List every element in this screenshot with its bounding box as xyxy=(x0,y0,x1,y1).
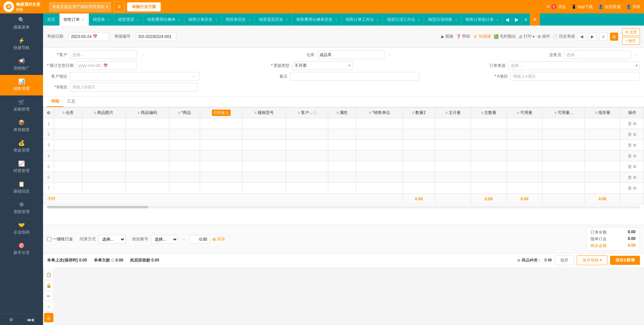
one-click-checkbox-input[interactable] xyxy=(47,237,51,241)
sidebar-item-marketing[interactable]: 📢 营销推广 xyxy=(0,54,43,75)
tab-sales-goods-history[interactable]: 销货单历史 × xyxy=(222,13,255,26)
right-sidebar-print-btn[interactable]: 🖨 xyxy=(44,313,53,322)
tab-summary[interactable]: 汇总 xyxy=(63,96,79,107)
right-sidebar-lock-btn[interactable]: 🔒 xyxy=(44,281,53,290)
save-new-btn[interactable]: 保存&新增 xyxy=(610,256,640,265)
tab-sales-return-history[interactable]: 销货退货历史 × xyxy=(255,13,292,26)
horizontal-scrollbar[interactable] xyxy=(47,206,640,208)
col-available[interactable]: ⇅可用量 xyxy=(506,108,542,118)
col-main-qty[interactable]: ⇅主数量 xyxy=(471,108,506,118)
row-2-image[interactable] xyxy=(82,129,126,140)
app-download-btn[interactable]: 📱 App下载 xyxy=(571,4,593,10)
row-1-product[interactable] xyxy=(169,118,200,129)
warehouse-input[interactable]: 成品库 xyxy=(317,50,384,59)
row-4-copy-icon[interactable]: ⊕ xyxy=(633,153,637,158)
print-action[interactable]: 🖨 打印 ▾ xyxy=(519,34,535,39)
customer-more-btn[interactable]: ··· xyxy=(140,52,146,57)
row-1-cust-code[interactable] xyxy=(286,118,328,129)
col-warehouse[interactable]: ⇅仓库 xyxy=(54,108,82,118)
warehouse-more-btn[interactable]: ··· xyxy=(387,52,393,57)
tab-sales-order-history-close[interactable]: × xyxy=(215,18,217,22)
sidebar-item-sales[interactable]: 📊 销售管理 xyxy=(0,75,43,95)
row-1-attr[interactable] xyxy=(328,118,356,129)
sidebar-item-finance[interactable]: 💰 资金管理 xyxy=(0,136,43,157)
add-btn[interactable]: ⊕ 添加 xyxy=(212,236,225,242)
tab-sales-order-close[interactable]: × xyxy=(82,18,84,22)
list-view-btn[interactable]: ≡ xyxy=(599,33,607,41)
date-value[interactable]: 2023-03-24 📅 xyxy=(69,32,109,41)
tab-sales-expense-history[interactable]: 销售费用分摊单历史 × xyxy=(292,13,342,26)
row-1-main-unit[interactable] xyxy=(435,118,471,129)
tab-daily-reconcile[interactable]: 钱货日清对账 × xyxy=(424,13,461,26)
help-action[interactable]: ❓ 帮助 xyxy=(456,34,470,39)
row-2-scan[interactable] xyxy=(200,129,242,140)
industry-btn[interactable]: 体验行业方案 xyxy=(127,2,161,11)
row-2-delete-icon[interactable]: 🗑 xyxy=(628,132,632,137)
col-available2[interactable]: ⇅可用量... xyxy=(542,108,585,118)
col-code[interactable]: ⇅商品编码 xyxy=(125,108,169,118)
history-action[interactable]: 📄 历史单据 xyxy=(553,34,575,39)
row-3-delete-icon[interactable]: 🗑 xyxy=(628,143,632,148)
tab-daily-workbench-close[interactable]: × xyxy=(418,18,420,22)
row-1-qty2[interactable] xyxy=(403,118,435,129)
one-click-checkbox[interactable]: 一键收订金 xyxy=(47,236,73,242)
col-unit[interactable]: ⇅*销售单位 xyxy=(356,108,403,118)
row-2-spec[interactable] xyxy=(242,129,286,140)
row-2-available2[interactable] xyxy=(542,129,585,140)
sidebar-item-guide[interactable]: 🎯 新手引导 xyxy=(0,239,43,259)
row-6-copy-icon[interactable]: ⊕ xyxy=(633,175,637,180)
col-product[interactable]: ⇅*商品 xyxy=(169,108,200,118)
row-5-delete-icon[interactable]: 🗑 xyxy=(628,164,632,169)
shortcut-action[interactable]: ⚡ 快捷键 xyxy=(473,34,491,39)
row-6-delete-icon[interactable]: 🗑 xyxy=(628,175,632,180)
customer-input[interactable]: 选择... xyxy=(70,50,137,59)
tab-sales-goods-close[interactable]: × xyxy=(108,18,110,22)
tab-sales-goods-history-close[interactable]: × xyxy=(249,18,251,22)
row-4-delete-icon[interactable]: 🗑 xyxy=(628,153,632,158)
invoice-select[interactable]: 不开票 ▾ xyxy=(292,61,353,70)
row-2-copy-icon[interactable]: ⊕ xyxy=(633,132,637,137)
row-3-warehouse[interactable] xyxy=(54,140,82,151)
sidebar-item-collab[interactable]: 🤝 企业协同 xyxy=(0,218,43,239)
tab-prev-btn[interactable]: ◀ xyxy=(503,13,512,26)
a-project-input[interactable]: 请输入A项目 xyxy=(510,72,640,81)
tab-sales-order[interactable]: 销售订单 × xyxy=(60,13,89,26)
row-1-spec[interactable] xyxy=(242,118,286,129)
discard-btn[interactable]: 放弃 xyxy=(555,255,574,265)
right-sidebar-copy-btn[interactable]: 📋 xyxy=(44,270,53,279)
row-2-unit[interactable] xyxy=(356,129,403,140)
delivery-input[interactable]: yyyy-mm-dd 📅 xyxy=(76,61,137,70)
row-2-qty2[interactable] xyxy=(403,129,435,140)
tab-sales-expense[interactable]: 销售费用分摊单 × xyxy=(143,13,185,26)
tab-sales-return[interactable]: 销货退货 × xyxy=(114,13,143,26)
tab-sales-workbench[interactable]: 销售订单工作台 × xyxy=(342,13,383,26)
row-2-stock[interactable] xyxy=(584,129,620,140)
system-selector[interactable]: 装备及固定资产辅助管理系统 ▾ xyxy=(49,2,111,11)
right-sidebar-star-btn[interactable]: ☆ xyxy=(44,302,53,312)
col-settings[interactable]: ⚙ xyxy=(43,108,54,118)
tab-sales-goods[interactable]: 销货单 × xyxy=(89,13,114,26)
view-action[interactable]: ▶ 视频 xyxy=(441,34,453,39)
tab-sales-stat-close[interactable]: × xyxy=(496,18,498,22)
col-qty2[interactable]: ⇅数量2 xyxy=(403,108,435,118)
col-spec[interactable]: ⇅规格型号 xyxy=(242,108,286,118)
settings-gear-icon[interactable]: ⚙ xyxy=(114,1,124,12)
b-project-input[interactable]: 请输入B项目 xyxy=(70,83,198,91)
profit-action[interactable]: 💹 毛利预估 xyxy=(494,34,516,39)
operation-action[interactable]: ⚙ 操作 xyxy=(537,34,550,39)
row-1-code[interactable] xyxy=(125,118,169,129)
col-image[interactable]: ⇅商品图片 xyxy=(82,108,126,118)
tab-daily-reconcile-close[interactable]: × xyxy=(455,18,457,22)
sidebar-item-system[interactable]: ⚙ 系统管理 xyxy=(0,198,43,218)
tab-sales-expense-history-close[interactable]: × xyxy=(335,18,337,22)
tab-sales-expense-close[interactable]: × xyxy=(178,18,180,22)
row-3-copy-icon[interactable]: ⊕ xyxy=(633,143,637,148)
sidebar-item-basic[interactable]: 📋 基础信息 xyxy=(0,177,43,198)
col-attribute[interactable]: ⇅属性 xyxy=(328,108,356,118)
row-1-delete-icon[interactable]: 🗑 xyxy=(628,121,632,126)
sidebar-item-search[interactable]: 🔍 搜索菜单 xyxy=(0,13,43,34)
account-select[interactable]: 选择... xyxy=(151,235,178,244)
scrollbar-thumb[interactable] xyxy=(47,206,148,208)
remark-input[interactable] xyxy=(290,72,420,81)
row-1-copy-icon[interactable]: ⊕ xyxy=(633,121,637,126)
